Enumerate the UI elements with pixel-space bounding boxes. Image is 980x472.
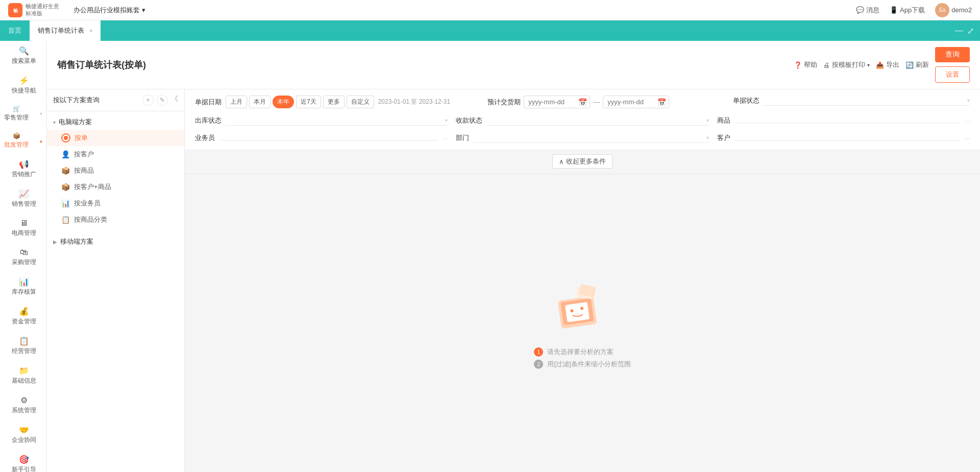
sidebar-item-wholesale[interactable]: 📦 批发管理 ▴ [0,127,46,154]
export-icon: 📤 [876,61,884,69]
main-layout: 🔍 搜索菜单 ⚡ 快捷导航 🛒 零售管理 ▾ 📦 批发管理 ▴ 📢 营销推广 [0,41,980,472]
custom-date-button[interactable]: 自定义 [347,96,374,108]
scheme-item-by-salesperson[interactable]: 📊 按业务员 [47,195,184,211]
sidebar-item-sales[interactable]: 📈 销售管理 [0,184,46,214]
window-maximize-button[interactable]: ⤢ [967,26,974,36]
sidebar-item-basic[interactable]: 📁 基础信息 [0,361,46,390]
date-filter-group: 单据日期 上月 本月 本年 近7天 更多 自定义 2023-01-01 至 20… [195,96,479,108]
expected-date-group: 预计交货期 📅 — 📅 [487,96,724,108]
scheme-item-by-order[interactable]: 按单 [47,130,184,146]
window-minimize-button[interactable]: — [955,26,963,35]
sidebar-item-system[interactable]: ⚙ 系统管理 [0,390,46,420]
sidebar-label-ecommerce: 电商管理 [12,229,36,238]
scheme-item-by-customer-product[interactable]: 📦 按客户+商品 [47,179,184,195]
filter-row-2: 出库状态 ▾ 收款状态 ▾ [195,115,970,126]
basic-icon: 📁 [19,366,29,375]
tab-close-icon[interactable]: × [89,28,92,34]
delivery-status-select[interactable]: ▾ [226,115,448,126]
scheme-item-by-product[interactable]: 📦 按商品 [47,162,184,179]
scheme-add-button[interactable]: + [142,95,154,106]
scheme-collapse-button[interactable]: 《 [171,95,178,106]
pc-section-header[interactable]: ▾ 电脑端方案 [47,114,184,130]
status-select[interactable]: ▾ [763,96,970,106]
pc-section-arrow: ▾ [53,120,56,125]
customer-group: 客户 ··· [717,133,970,143]
setting-button[interactable]: 设置 [935,66,970,83]
empty-hint-text-2: 用[过滤]条件来缩小分析范围 [547,360,630,369]
scheme-item-by-product-category[interactable]: 📋 按商品分类 [47,211,184,228]
collapse-button[interactable]: ∧ 收起更多条件 [552,154,612,169]
sidebar-item-operation[interactable]: 📋 经营管理 [0,331,46,361]
sidebar-label-search: 搜索菜单 [12,57,36,65]
empty-illustration [547,278,618,339]
this-month-button[interactable]: 本月 [249,96,271,108]
sidebar-label-marketing: 营销推广 [12,170,36,179]
app-selector[interactable]: 办公用品行业模拟账套 ▾ [74,6,145,15]
filter-row-3: 业务员 ··· 部门 ▾ [195,133,970,143]
help-button[interactable]: ❓ 帮助 [794,60,817,69]
sidebar-item-newbie[interactable]: 🎯 新手引导 [0,450,46,472]
sidebar-label-enterprise: 企业协同 [12,436,36,444]
sidebar-label-retail: 零售管理 [4,113,29,122]
sidebar-item-purchase[interactable]: 🛍 采购管理 [0,243,46,272]
status-label: 单据状态 [733,96,760,105]
tab-sales-order-stats[interactable]: 销售订单统计表 × [30,20,101,41]
delivery-status-arrow: ▾ [445,117,448,123]
last-7-days-button[interactable]: 近7天 [296,96,321,108]
more-date-button[interactable]: 更多 [323,96,345,108]
sidebar-label-basic: 基础信息 [12,376,36,385]
expected-date-label: 预计交货期 [487,98,521,107]
tab-home[interactable]: 首页 [0,20,30,41]
pc-scheme-section: ▾ 电脑端方案 按单 👤 按客户 📦 [47,111,184,231]
sidebar-label-wholesale: 批发管理 [4,140,29,149]
refresh-button[interactable]: 🔄 刷新 [905,60,929,69]
query-button[interactable]: 查询 [935,47,970,62]
scheme-item-by-customer[interactable]: 👤 按客户 [47,146,184,162]
main-content: 按以下方案查询 + ✎ 《 ▾ 电脑端方案 [47,89,980,472]
sidebar-item-marketing[interactable]: 📢 营销推广 [0,154,46,184]
user-avatar[interactable]: Ea demo2 [935,3,972,17]
sidebar-item-quick-nav[interactable]: ⚡ 快捷导航 [0,70,46,100]
avatar: Ea [935,3,949,17]
sidebar-label-system: 系统管理 [12,406,36,415]
product-more-icon[interactable]: ··· [964,117,970,125]
customer-more-icon[interactable]: ··· [964,134,970,142]
by-customer-product-icon: 📦 [61,183,70,191]
page-header: 销售订单统计表(按单) ❓ 帮助 🖨 按模板打印 ▾ 📤 导出 🔄 刷新 [47,41,980,89]
empty-svg [547,278,618,339]
salesperson-more-icon[interactable]: ··· [442,134,448,142]
payment-status-label: 收款状态 [456,116,482,125]
print-button[interactable]: 🖨 按模板打印 ▾ [823,60,870,69]
app-download-button[interactable]: 📱 App下载 [890,6,925,15]
tab-bar: 首页 销售订单统计表 × — ⤢ [0,20,980,41]
system-icon: ⚙ [20,395,28,405]
this-year-button[interactable]: 本年 [273,96,294,108]
sidebar-item-finance[interactable]: 💰 资金管理 [0,301,46,331]
logo-text: 畅捷通好生意 标准版 [26,3,59,16]
sidebar-label-finance: 资金管理 [12,317,36,326]
department-select[interactable]: ▾ [473,133,708,143]
last-month-button[interactable]: 上月 [226,96,247,108]
scheme-header-actions: + ✎ 《 [142,95,178,106]
salesperson-group: 业务员 ··· [195,133,448,143]
scheme-edit-button[interactable]: ✎ [157,95,168,106]
sidebar-item-search[interactable]: 🔍 搜索菜单 [0,41,46,70]
sidebar-item-ecommerce[interactable]: 🖥 电商管理 [0,214,46,243]
date-buttons: 上月 本月 本年 近7天 更多 自定义 [226,96,374,108]
collapse-up-icon: ∧ [559,158,564,166]
salesperson-label: 业务员 [195,133,215,143]
sidebar-item-inventory[interactable]: 📊 库存核算 [0,272,46,301]
logo-icon: 畅 [8,3,22,17]
sidebar-item-enterprise[interactable]: 🤝 企业协同 [0,420,46,450]
message-button[interactable]: 💬 消息 [856,6,879,15]
export-button[interactable]: 📤 导出 [876,60,899,69]
payment-status-select[interactable]: ▾ [486,115,708,126]
search-icon: 🔍 [19,46,29,56]
empty-hint-2: 2 用[过滤]条件来缩小分析范围 [534,360,630,369]
sidebar-item-retail[interactable]: 🛒 零售管理 ▾ [0,100,46,127]
content-area: 销售订单统计表(按单) ❓ 帮助 🖨 按模板打印 ▾ 📤 导出 🔄 刷新 [47,41,980,472]
mobile-section-header[interactable]: ▶ 移动端方案 [47,234,184,249]
scheme-item-label-by-product: 按商品 [74,166,94,175]
calendar-end-icon: 📅 [657,98,666,106]
operation-icon: 📋 [19,336,29,346]
